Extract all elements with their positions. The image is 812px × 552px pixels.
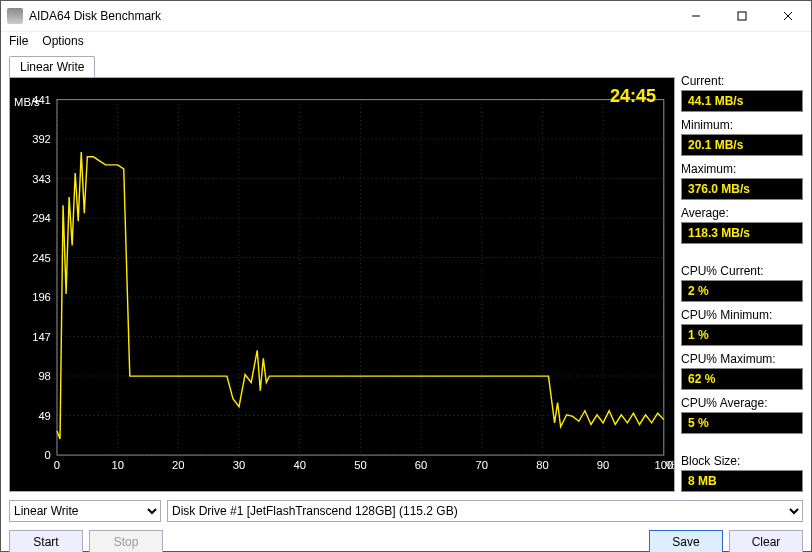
label-current: Current: (681, 74, 803, 88)
svg-text:0: 0 (54, 459, 60, 471)
svg-text:50: 50 (354, 459, 366, 471)
value-block-size: 8 MB (681, 470, 803, 492)
label-minimum: Minimum: (681, 118, 803, 132)
value-average: 118.3 MB/s (681, 222, 803, 244)
svg-text:343: 343 (32, 173, 51, 185)
value-maximum: 376.0 MB/s (681, 178, 803, 200)
tab-linear-write[interactable]: Linear Write (9, 56, 95, 77)
svg-rect-1 (738, 12, 746, 20)
value-cpu-current: 2 % (681, 280, 803, 302)
svg-text:40: 40 (293, 459, 305, 471)
svg-text:10: 10 (111, 459, 123, 471)
svg-text:70: 70 (476, 459, 488, 471)
value-minimum: 20.1 MB/s (681, 134, 803, 156)
svg-text:60: 60 (415, 459, 427, 471)
minimize-button[interactable] (673, 1, 719, 31)
svg-text:90: 90 (597, 459, 609, 471)
label-cpu-average: CPU% Average: (681, 396, 803, 410)
svg-text:392: 392 (32, 133, 51, 145)
menu-options[interactable]: Options (42, 34, 83, 48)
svg-text:MB/s: MB/s (14, 96, 40, 108)
stats-panel: Current:44.1 MB/s Minimum:20.1 MB/s Maxi… (681, 56, 803, 492)
value-cpu-average: 5 % (681, 412, 803, 434)
svg-text:0: 0 (45, 449, 51, 461)
label-cpu-minimum: CPU% Minimum: (681, 308, 803, 322)
label-cpu-current: CPU% Current: (681, 264, 803, 278)
svg-text:294: 294 (32, 212, 51, 224)
menu-file[interactable]: File (9, 34, 28, 48)
test-mode-select[interactable]: Linear Write (9, 500, 161, 522)
svg-text:245: 245 (32, 252, 51, 264)
svg-text:147: 147 (32, 331, 51, 343)
elapsed-timer: 24:45 (610, 86, 656, 107)
clear-button[interactable]: Clear (729, 530, 803, 552)
svg-text:49: 49 (38, 410, 50, 422)
svg-text:30: 30 (233, 459, 245, 471)
svg-text:98: 98 (38, 370, 50, 382)
titlebar: AIDA64 Disk Benchmark (1, 1, 811, 32)
close-button[interactable] (765, 1, 811, 31)
start-button[interactable]: Start (9, 530, 83, 552)
label-block-size: Block Size: (681, 454, 803, 468)
client-area: Linear Write 049981471962452943433924410… (1, 50, 811, 552)
benchmark-chart: 0499814719624529434339244101020304050607… (10, 78, 674, 491)
maximize-button[interactable] (719, 1, 765, 31)
drive-select[interactable]: Disk Drive #1 [JetFlashTranscend 128GB] … (167, 500, 803, 522)
label-maximum: Maximum: (681, 162, 803, 176)
app-window: AIDA64 Disk Benchmark File Options Linea… (0, 0, 812, 552)
menu-bar: File Options (1, 32, 811, 50)
label-cpu-maximum: CPU% Maximum: (681, 352, 803, 366)
label-average: Average: (681, 206, 803, 220)
value-current: 44.1 MB/s (681, 90, 803, 112)
svg-text:80: 80 (536, 459, 548, 471)
svg-text:%: % (666, 459, 674, 471)
value-cpu-minimum: 1 % (681, 324, 803, 346)
app-icon (7, 8, 23, 24)
chart-area: 0499814719624529434339244101020304050607… (9, 77, 675, 492)
window-title: AIDA64 Disk Benchmark (29, 9, 673, 23)
value-cpu-maximum: 62 % (681, 368, 803, 390)
svg-text:196: 196 (32, 291, 51, 303)
tab-strip: Linear Write (9, 56, 675, 77)
stop-button[interactable]: Stop (89, 530, 163, 552)
svg-text:20: 20 (172, 459, 184, 471)
save-button[interactable]: Save (649, 530, 723, 552)
